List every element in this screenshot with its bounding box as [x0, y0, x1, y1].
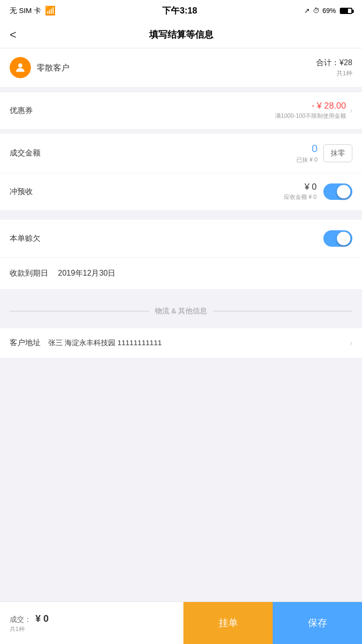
logistics-section: 物流 & 其他信息 [0, 299, 362, 323]
customer-section: 零散客户 合计：¥28 共1种 [0, 48, 362, 87]
advance-sub-value: 应收金额 ¥ 0 [284, 193, 317, 201]
customer-count: 共1种 [316, 69, 352, 78]
bottom-deal-row: 成交： ¥ 0 [10, 613, 174, 624]
advance-label: 冲预收 [10, 187, 33, 197]
customer-left: 零散客户 [10, 57, 70, 78]
address-value: 张三 海淀永丰科技园 11111111111 [48, 338, 350, 348]
carrier-label: 无 SIM 卡 [10, 6, 41, 15]
advance-value-area: ¥ 0 应收金额 ¥ 0 [284, 182, 352, 201]
empty-space [0, 358, 362, 454]
logistics-title: 物流 & 其他信息 [155, 307, 207, 316]
time-label: 下午3:18 [162, 5, 197, 16]
battery-icon [340, 8, 352, 14]
bottom-info: 成交： ¥ 0 共1种 [0, 613, 183, 633]
advance-toggle[interactable] [323, 183, 352, 200]
due-date-row: 收款到期日 2019年12月30日 [0, 257, 362, 289]
advance-main-value: ¥ 0 [284, 182, 317, 192]
debt-toggle[interactable] [323, 230, 352, 247]
main-content: 零散客户 合计：¥28 共1种 优惠券 - ¥ 28.00 满1000-100不… [0, 48, 362, 498]
address-row[interactable]: 客户地址 张三 海淀永丰科技园 11111111111 › [0, 328, 362, 358]
section-divider-2 [0, 215, 362, 220]
status-left: 无 SIM 卡 📶 [10, 5, 56, 16]
customer-right: 合计：¥28 共1种 [316, 58, 352, 78]
transaction-value-area: 0 已抹 ¥ 0 抹零 [296, 142, 352, 164]
section-divider-1 [0, 129, 362, 134]
back-button[interactable]: < [10, 28, 16, 42]
advance-toggle-knob [337, 185, 350, 198]
debt-label: 本单赊欠 [10, 234, 41, 244]
address-label: 客户地址 [10, 338, 41, 348]
alarm-icon: ⏱ [313, 7, 320, 14]
bottom-count: 共1种 [10, 625, 174, 633]
advance-nums: ¥ 0 应收金额 ¥ 0 [284, 182, 317, 201]
bottom-bar: 成交： ¥ 0 共1种 挂单 保存 [0, 602, 362, 644]
page-title: 填写结算等信息 [149, 28, 213, 41]
due-date-value: 2019年12月30日 [58, 268, 115, 279]
bottom-deal-label: 成交： [10, 615, 31, 623]
coupon-amount: - ¥ 28.00 [275, 101, 346, 111]
due-date-section: 收款到期日 2019年12月30日 [0, 257, 362, 289]
status-right: ↗ ⏱ 69% [304, 7, 352, 14]
round-button[interactable]: 抹零 [323, 144, 352, 162]
logistics-header: 物流 & 其他信息 [0, 299, 362, 323]
svg-point-0 [18, 63, 23, 68]
advance-row: 冲预收 ¥ 0 应收金额 ¥ 0 [0, 173, 362, 210]
section-divider-3 [0, 294, 362, 299]
coupon-desc: 满1000-100不限制使用金额 [275, 112, 346, 120]
logistics-line-right [213, 311, 352, 311]
status-bar: 无 SIM 卡 📶 下午3:18 ↗ ⏱ 69% [0, 0, 362, 21]
nav-bar: < 填写结算等信息 [0, 21, 362, 48]
battery-percent: 69% [322, 7, 336, 14]
location-icon: ↗ [304, 7, 310, 14]
wifi-icon: 📶 [45, 5, 56, 16]
transaction-sub: 已抹 ¥ 0 [296, 156, 318, 164]
logistics-line-left [10, 311, 149, 311]
form-section-1: 成交金额 0 已抹 ¥ 0 抹零 冲预收 ¥ 0 应收金额 ¥ 0 [0, 134, 362, 210]
coupon-value-area: - ¥ 28.00 满1000-100不限制使用金额 [275, 101, 346, 120]
bottom-deal-amount: ¥ 0 [35, 613, 49, 624]
customer-avatar [10, 57, 31, 78]
coupon-label: 优惠券 [10, 106, 33, 116]
transaction-value: 0 [296, 142, 318, 155]
coupon-row[interactable]: 优惠券 - ¥ 28.00 满1000-100不限制使用金额 › [0, 92, 362, 129]
transaction-row: 成交金额 0 已抹 ¥ 0 抹零 [0, 134, 362, 173]
due-date-label: 收款到期日 [10, 268, 48, 279]
customer-name: 零散客户 [37, 62, 70, 73]
pending-button[interactable]: 挂单 [183, 602, 273, 644]
transaction-label: 成交金额 [10, 148, 41, 158]
transaction-value-block: 0 已抹 ¥ 0 [296, 142, 318, 164]
debt-toggle-knob [337, 232, 350, 245]
address-chevron-icon: › [350, 339, 352, 348]
customer-total: 合计：¥28 [316, 58, 352, 68]
coupon-right: - ¥ 28.00 满1000-100不限制使用金额 › [275, 101, 352, 120]
coupon-chevron-icon: › [350, 106, 352, 115]
debt-section: 本单赊欠 [0, 220, 362, 257]
save-button[interactable]: 保存 [273, 602, 362, 644]
user-icon [14, 61, 27, 74]
